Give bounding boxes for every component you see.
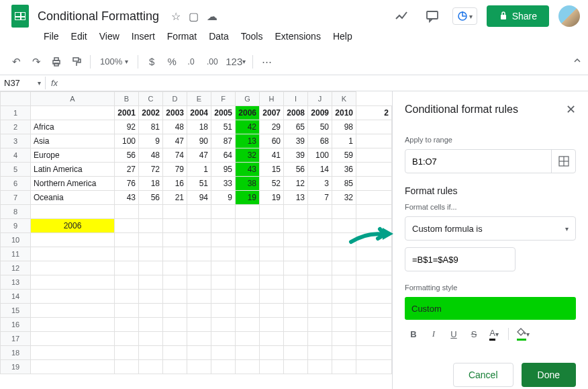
cell[interactable]: 21	[163, 191, 187, 205]
cell[interactable]: 15	[260, 163, 284, 177]
cell[interactable]	[236, 318, 260, 332]
cell[interactable]	[260, 346, 284, 360]
col-header[interactable]: I	[284, 92, 308, 106]
cell[interactable]: 2008	[284, 106, 308, 120]
insights-icon[interactable]	[391, 5, 412, 27]
undo-button[interactable]: ↶	[7, 52, 26, 71]
cell[interactable]: 29	[260, 120, 284, 134]
more-formats-button[interactable]: 123 ▾	[223, 52, 248, 71]
cell[interactable]	[236, 205, 260, 219]
cell[interactable]	[139, 290, 163, 304]
cell[interactable]: Africa	[31, 120, 115, 134]
cell[interactable]: 2010	[332, 106, 356, 120]
cell[interactable]	[260, 219, 284, 233]
cell[interactable]	[332, 332, 356, 346]
cell[interactable]: 76	[115, 177, 139, 191]
cell[interactable]: 36	[332, 163, 356, 177]
cell[interactable]: 3	[308, 177, 332, 191]
cell[interactable]: 59	[332, 148, 356, 163]
cell[interactable]	[187, 346, 211, 360]
menu-insert[interactable]: Insert	[127, 28, 160, 44]
cell[interactable]: 39	[284, 148, 308, 163]
cell[interactable]	[236, 332, 260, 346]
cell[interactable]	[115, 304, 139, 318]
cell[interactable]	[211, 304, 236, 318]
cell[interactable]	[115, 332, 139, 346]
cell[interactable]	[211, 219, 236, 233]
cell[interactable]	[284, 247, 308, 261]
done-button[interactable]: Done	[522, 363, 576, 387]
row-header[interactable]: 6	[1, 177, 31, 191]
print-button[interactable]	[47, 52, 66, 71]
cell[interactable]	[308, 318, 332, 332]
cell[interactable]	[356, 346, 392, 360]
redo-button[interactable]: ↷	[27, 52, 46, 71]
cell[interactable]: 2003	[163, 106, 187, 120]
menu-help[interactable]: Help	[328, 28, 357, 44]
row-header[interactable]: 13	[1, 275, 31, 290]
cell[interactable]: 2004	[187, 106, 211, 120]
cell[interactable]: 13	[236, 134, 260, 148]
doc-title[interactable]: Conditional Formatting	[38, 9, 159, 24]
cell[interactable]	[308, 332, 332, 346]
cell[interactable]: 2002	[139, 106, 163, 120]
cell[interactable]: 43	[236, 163, 260, 177]
cell[interactable]	[163, 219, 187, 233]
cell[interactable]	[356, 275, 392, 290]
cell[interactable]: 9	[139, 134, 163, 148]
cell[interactable]	[211, 318, 236, 332]
cell[interactable]: 12	[284, 177, 308, 191]
more-tools-button[interactable]: ⋯	[257, 52, 276, 71]
cell[interactable]	[308, 360, 332, 374]
cell[interactable]	[356, 233, 392, 247]
cell[interactable]	[163, 247, 187, 261]
cell[interactable]	[236, 304, 260, 318]
cell[interactable]	[115, 247, 139, 261]
cell[interactable]	[332, 304, 356, 318]
account-avatar[interactable]	[558, 5, 580, 27]
cell[interactable]	[163, 261, 187, 275]
cell[interactable]	[139, 233, 163, 247]
sheets-logo[interactable]	[8, 4, 32, 28]
cell[interactable]	[332, 346, 356, 360]
cell[interactable]: 79	[163, 163, 187, 177]
row-header[interactable]: 7	[1, 191, 31, 205]
cell[interactable]: 68	[308, 134, 332, 148]
cell[interactable]	[260, 233, 284, 247]
spreadsheet-grid[interactable]: ABCDEFGHIJK12001200220032004200520062007…	[0, 91, 392, 389]
col-header[interactable]: G	[236, 92, 260, 106]
cell[interactable]	[356, 120, 392, 134]
cell[interactable]	[308, 304, 332, 318]
cancel-button[interactable]: Cancel	[453, 363, 513, 387]
percent-button[interactable]: %	[162, 52, 181, 71]
cell[interactable]	[260, 318, 284, 332]
cell[interactable]	[187, 318, 211, 332]
cell[interactable]	[211, 360, 236, 374]
cell[interactable]: Latin America	[31, 163, 115, 177]
strikethrough-button[interactable]: S	[465, 325, 483, 343]
cell[interactable]	[356, 304, 392, 318]
row-header[interactable]: 17	[1, 332, 31, 346]
menu-extensions[interactable]: Extensions	[270, 28, 325, 44]
cell[interactable]: 2006	[236, 106, 260, 120]
cell[interactable]: 85	[332, 177, 356, 191]
cell[interactable]	[284, 346, 308, 360]
formula-input[interactable]	[405, 247, 516, 271]
cell[interactable]	[187, 332, 211, 346]
cell[interactable]	[139, 247, 163, 261]
cell[interactable]	[139, 219, 163, 233]
row-header[interactable]: 8	[1, 205, 31, 219]
cell[interactable]	[260, 275, 284, 290]
cell[interactable]	[139, 318, 163, 332]
cell[interactable]	[260, 360, 284, 374]
row-header[interactable]: 16	[1, 318, 31, 332]
cell[interactable]	[163, 304, 187, 318]
cell[interactable]: 50	[308, 120, 332, 134]
col-header[interactable]: H	[260, 92, 284, 106]
cell[interactable]: 2005	[211, 106, 236, 120]
cell[interactable]	[115, 219, 139, 233]
cell[interactable]	[211, 290, 236, 304]
cell[interactable]: 60	[260, 134, 284, 148]
cell[interactable]: 14	[308, 163, 332, 177]
cell[interactable]	[163, 275, 187, 290]
